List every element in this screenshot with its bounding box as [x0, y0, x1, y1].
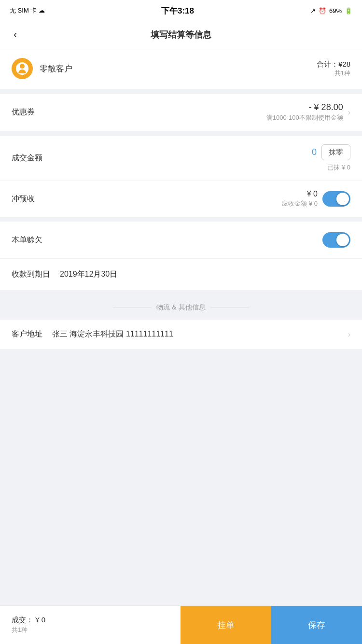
deal-amount-label: 成交金额 — [12, 153, 42, 163]
bottom-deal-label: 成交： — [12, 616, 33, 624]
bottom-deal-amount: 成交： ¥ 0 — [12, 616, 169, 625]
total-count: 共1种 — [317, 69, 350, 78]
status-time: 下午3:18 — [161, 5, 194, 16]
bottom-bar: 成交： ¥ 0 共1种 挂单 保存 — [0, 605, 362, 644]
coupon-row[interactable]: 优惠券 - ¥ 28.00 满1000-100不限制使用金额 › — [0, 94, 362, 131]
coupon-sub: 满1000-100不限制使用金额 — [266, 113, 343, 122]
address-row[interactable]: 客户地址 张三 海淀永丰科技园 11111111111 › — [0, 320, 362, 349]
deal-amount-right: 抹零 已抹 ¥ 0 — [278, 144, 350, 172]
deal-amount-row: 成交金额 抹零 已抹 ¥ 0 — [0, 136, 362, 181]
prepay-label: 冲预收 — [12, 194, 35, 204]
battery-level: 69% — [329, 7, 342, 14]
customer-summary: 合计：¥28 共1种 — [317, 60, 350, 78]
status-left: 无 SIM 卡 ☁ — [10, 6, 45, 15]
address-value: 张三 海淀永丰科技园 11111111111 — [52, 329, 338, 339]
customer-left: 零散客户 — [12, 58, 72, 79]
status-right: ↗ ⏰ 69% 🔋 — [310, 7, 352, 14]
prepay-sub: 应收金额 ¥ 0 — [282, 199, 318, 208]
status-bar: 无 SIM 卡 ☁ 下午3:18 ↗ ⏰ 69% 🔋 — [0, 0, 362, 21]
deal-amount-sub: 已抹 ¥ 0 — [327, 163, 350, 172]
prepay-toggle[interactable] — [322, 191, 350, 207]
debt-toggle-thumb — [336, 234, 349, 246]
nav-bar: ‹ 填写结算等信息 — [0, 21, 362, 48]
coupon-value: - ¥ 28.00 — [266, 102, 343, 112]
due-date-label: 收款到期日 — [12, 269, 50, 280]
amount-top: 抹零 — [278, 144, 350, 160]
coupon-section: 优惠券 - ¥ 28.00 满1000-100不限制使用金额 › — [0, 94, 362, 131]
customer-name: 零散客户 — [40, 63, 72, 74]
location-icon: ↗ — [310, 7, 316, 14]
save-button[interactable]: 保存 — [271, 606, 362, 644]
coupon-label: 优惠券 — [12, 107, 35, 117]
logistics-header: 物流 & 其他信息 — [0, 295, 362, 320]
prepay-toggle-thumb — [336, 193, 349, 205]
bottom-summary: 成交： ¥ 0 共1种 — [0, 616, 181, 634]
coupon-value-block: - ¥ 28.00 满1000-100不限制使用金额 — [266, 102, 343, 122]
battery-icon: 🔋 — [345, 7, 352, 14]
hang-order-button[interactable]: 挂单 — [181, 606, 271, 644]
alarm-icon: ⏰ — [319, 7, 326, 14]
avatar — [12, 58, 33, 79]
address-section: 客户地址 张三 海淀永丰科技园 11111111111 › — [0, 320, 362, 349]
amount-section: 成交金额 抹零 已抹 ¥ 0 冲预收 ¥ 0 应收金额 ¥ 0 — [0, 136, 362, 217]
deal-amount-input[interactable] — [278, 147, 317, 157]
debt-toggle[interactable] — [322, 232, 350, 248]
bottom-deal-value: ¥ 0 — [35, 616, 45, 624]
total-amount: 合计：¥28 — [317, 60, 350, 69]
avatar-icon — [16, 62, 28, 75]
customer-section: 零散客户 合计：¥28 共1种 — [0, 48, 362, 89]
debt-toggle-track — [322, 232, 350, 248]
debt-label: 本单赊欠 — [12, 235, 42, 245]
page-title: 填写结算等信息 — [151, 29, 211, 41]
round-zero-button[interactable]: 抹零 — [321, 144, 350, 160]
prepay-value: ¥ 0 — [282, 190, 318, 198]
logistics-header-text: 物流 & 其他信息 — [156, 303, 205, 312]
coupon-chevron-icon: › — [348, 108, 350, 117]
prepay-value-block: ¥ 0 应收金额 ¥ 0 — [282, 190, 318, 208]
customer-row: 零散客户 合计：¥28 共1种 — [0, 48, 362, 89]
address-label: 客户地址 — [12, 329, 42, 339]
coupon-right: - ¥ 28.00 满1000-100不限制使用金额 › — [35, 102, 350, 122]
debt-section: 本单赊欠 收款到期日 2019年12月30日 — [0, 222, 362, 290]
prepay-right: ¥ 0 应收金额 ¥ 0 — [35, 190, 350, 208]
address-chevron-icon: › — [348, 330, 350, 339]
debt-row: 本单赊欠 — [0, 222, 362, 258]
prepay-toggle-track — [322, 191, 350, 207]
prepay-row: 冲预收 ¥ 0 应收金额 ¥ 0 — [0, 181, 362, 217]
main-content: 零散客户 合计：¥28 共1种 优惠券 - ¥ 28.00 满1000-100不… — [0, 48, 362, 402]
back-button[interactable]: ‹ — [10, 25, 21, 45]
bottom-count: 共1种 — [12, 626, 169, 634]
due-date-row[interactable]: 收款到期日 2019年12月30日 — [0, 258, 362, 290]
due-date-value: 2019年12月30日 — [60, 269, 350, 280]
